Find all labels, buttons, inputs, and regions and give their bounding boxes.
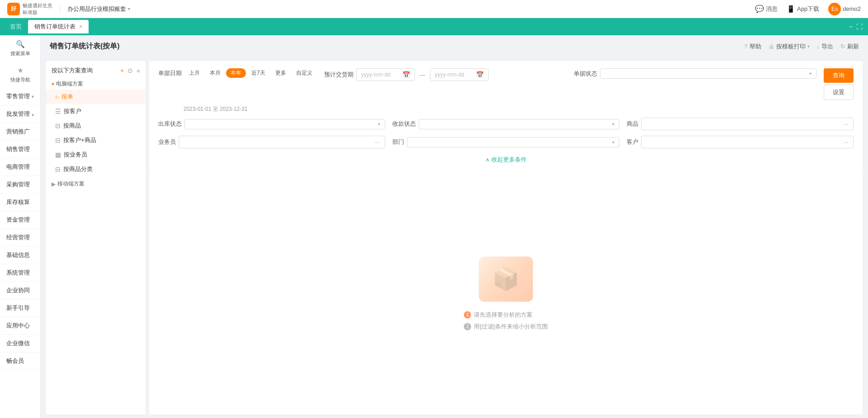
sidebar-item-apps[interactable]: 应用中心 <box>0 317 40 335</box>
date-pill-custom[interactable]: 自定义 <box>292 68 317 78</box>
expected-date-start[interactable]: yyyy-mm-dd 📅 <box>356 68 415 81</box>
scheme-item-by-category[interactable]: ⊟ 按商品分类 <box>46 162 146 176</box>
quick-nav-item[interactable]: ★ 快捷导航 <box>0 62 40 88</box>
date-pill-last-month[interactable]: 上月 <box>184 68 204 78</box>
scheme-icon: ⊟ <box>55 122 61 129</box>
sidebar-item-member[interactable]: 畅会员 <box>0 352 40 370</box>
tab-sales-order-stats[interactable]: 销售订单统计表 × <box>28 20 89 33</box>
settings-scheme-button[interactable]: ⊙ <box>127 67 133 74</box>
header-actions: ? 帮助 🖨 按模板打印 ▾ ↓ 导出 ↻ 刷新 <box>744 43 859 51</box>
scheme-item-by-order[interactable]: ○ 按单 <box>46 90 146 104</box>
scheme-icon: ⊟ <box>55 166 61 173</box>
salesperson-field[interactable]: ··· <box>179 136 385 148</box>
date-label: 单据日期 <box>158 69 182 77</box>
empty-illustration: 📦 <box>479 256 533 302</box>
main-layout: 🔍 搜索菜单 ★ 快捷导航 零售管理 ▾ 批发管理 ▴ 营销推广 销售管理 电商… <box>0 35 868 418</box>
scheme-item-by-salesperson[interactable]: ▦ 按业务员 <box>46 147 146 162</box>
tip-num-2: 2 <box>464 323 471 330</box>
date-range-display: 2023-01-01 至 2023-12-31 <box>184 106 247 112</box>
empty-tip-2: 2 用[过滤]条件来缩小分析范围 <box>464 321 547 332</box>
calendar-icon[interactable]: 📅 <box>402 71 410 78</box>
refresh-button[interactable]: ↻ 刷新 <box>840 43 859 51</box>
empty-state: 📦 1 请先选择要分析的方案 2 用[过滤]条件来缩小分析范围 <box>149 175 863 414</box>
pay-status-label: 收款状态 <box>392 120 416 128</box>
ship-status-dropdown[interactable]: ▾ <box>184 119 385 129</box>
dept-label: 部门 <box>392 138 404 146</box>
collapse-scheme-button[interactable]: « <box>137 67 140 74</box>
logo-icon: 好 <box>7 3 20 15</box>
customer-field[interactable]: ··· <box>641 136 854 148</box>
scheme-mobile-category: ▶ 移动端方案 <box>46 178 146 190</box>
sidebar-item-operations[interactable]: 经营管理 <box>0 229 40 247</box>
product-field[interactable]: ··· <box>641 118 854 130</box>
scheme-item-by-customer[interactable]: ☰ 按客户 <box>46 104 146 119</box>
product-label: 商品 <box>627 120 638 128</box>
app-download-button[interactable]: 📱 App下载 <box>787 5 819 13</box>
page-header: 销售订单统计表(按单) ? 帮助 🖨 按模板打印 ▾ ↓ 导出 ↻ 刷新 <box>41 35 868 57</box>
salesperson-label: 业务员 <box>158 138 176 146</box>
expected-date-end[interactable]: yyyy-mm-dd 📅 <box>430 68 489 81</box>
avatar: Ea <box>828 3 841 15</box>
scheme-panel: 按以下方案查询 + ⊙ « ▾ 电脑端方案 ○ 按单 ☰ <box>46 61 146 414</box>
chevron-down-icon: ▾ <box>809 71 811 76</box>
date-pill-7days[interactable]: 近7天 <box>247 68 270 78</box>
chevron-down-icon: ▾ <box>612 140 614 145</box>
sidebar-item-marketing[interactable]: 营销推广 <box>0 123 40 141</box>
date-pill-this-year[interactable]: 本年 <box>226 68 246 78</box>
sidebar-item-retail[interactable]: 零售管理 ▾ <box>0 88 40 105</box>
sidebar-item-wholesale[interactable]: 批发管理 ▴ <box>0 105 40 123</box>
more-options-icon[interactable]: ··· <box>375 138 380 146</box>
export-icon: ↓ <box>817 43 820 50</box>
help-button[interactable]: ? 帮助 <box>744 43 761 51</box>
collapse-bar[interactable]: ∧ 收起更多条件 <box>158 152 854 167</box>
app-title[interactable]: 办公用品行业模拟账套 ▾ <box>67 5 130 13</box>
more-options-icon[interactable]: ··· <box>843 138 849 146</box>
user-menu-button[interactable]: Ea demo2 <box>828 3 861 15</box>
scheme-icon: ▦ <box>55 151 61 158</box>
scheme-item-by-cust-prod[interactable]: ⊟ 按客户+商品 <box>46 133 146 147</box>
sidebar-item-ecommerce[interactable]: 电商管理 <box>0 158 40 176</box>
scheme-panel-header: 按以下方案查询 + ⊙ « <box>46 66 146 78</box>
scheme-item-by-product[interactable]: ⊟ 按商品 <box>46 119 146 133</box>
date-pill-more[interactable]: 更多 <box>271 68 291 78</box>
search-icon: 🔍 <box>16 40 25 48</box>
add-scheme-button[interactable]: + <box>120 67 124 74</box>
logo-text: 畅捷通好生意 标准版 <box>23 2 52 15</box>
tab-close-button[interactable]: × <box>79 24 82 30</box>
message-icon: 💬 <box>755 5 764 13</box>
export-button[interactable]: ↓ 导出 <box>817 43 834 51</box>
tab-home[interactable]: 首页 <box>4 20 28 33</box>
expected-date-label: 预计交货期 <box>324 71 354 79</box>
customer-label: 客户 <box>627 138 638 146</box>
scheme-icon: ☰ <box>55 108 61 115</box>
sidebar-item-wechat[interactable]: 企业微信 <box>0 335 40 352</box>
title-arrow-icon[interactable]: ▾ <box>128 6 130 11</box>
more-options-icon[interactable]: ··· <box>843 120 849 128</box>
collapse-icon: ∧ <box>486 157 490 163</box>
sidebar-item-guide[interactable]: 新手引导 <box>0 299 40 317</box>
sidebar-item-purchase[interactable]: 采购管理 <box>0 176 40 194</box>
sidebar-item-sales[interactable]: 销售管理 <box>0 141 40 158</box>
calendar-icon-end[interactable]: 📅 <box>476 71 484 78</box>
pay-status-dropdown[interactable]: ▾ <box>419 119 619 129</box>
tip-num-1: 1 <box>464 311 471 318</box>
date-pill-this-month[interactable]: 本月 <box>205 68 225 78</box>
sidebar-item-finance[interactable]: 资金管理 <box>0 211 40 229</box>
sidebar-item-system[interactable]: 系统管理 <box>0 264 40 282</box>
settings-button[interactable]: 设置 <box>824 85 854 100</box>
sidebar-item-inventory[interactable]: 库存核算 <box>0 194 40 211</box>
search-menu-item[interactable]: 🔍 搜索菜单 <box>0 35 40 62</box>
doc-status-dropdown[interactable]: ▾ <box>600 68 816 79</box>
query-actions: 查询 设置 <box>824 68 854 100</box>
message-button[interactable]: 💬 消息 <box>755 5 778 13</box>
sidebar-item-enterprise[interactable]: 企业协同 <box>0 282 40 299</box>
tab-controls: − ⛶ <box>849 23 868 30</box>
empty-tip-1: 1 请先选择要分析的方案 <box>464 309 547 321</box>
query-button[interactable]: 查询 <box>824 68 854 83</box>
maximize-icon[interactable]: ⛶ <box>856 23 863 30</box>
dept-dropdown[interactable]: ▾ <box>407 137 619 147</box>
minimize-icon[interactable]: − <box>849 23 853 30</box>
print-button[interactable]: 🖨 按模板打印 ▾ <box>769 43 810 51</box>
print-arrow-icon: ▾ <box>807 44 810 49</box>
sidebar-item-basic[interactable]: 基础信息 <box>0 247 40 264</box>
